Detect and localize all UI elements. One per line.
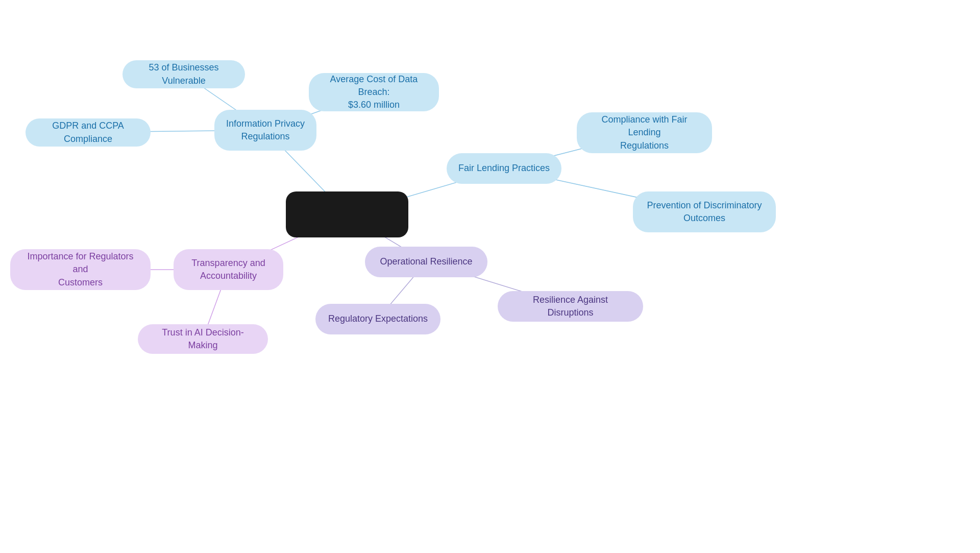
center-node[interactable] <box>286 191 408 237</box>
node-resilience-disruptions[interactable]: Resilience Against Disruptions <box>498 291 643 322</box>
node-prevention-discriminatory[interactable]: Prevention of Discriminatory Outcomes <box>633 191 776 232</box>
node-compliance-fair-lending[interactable]: Compliance with Fair Lending Regulations <box>577 112 712 153</box>
businesses-vulnerable-label: 53 of Businesses Vulnerable <box>134 61 234 87</box>
transparency-label: Transparency and Accountability <box>191 257 265 282</box>
node-info-privacy[interactable]: Information Privacy Regulations <box>214 110 316 151</box>
avg-cost-breach-label: Average Cost of Data Breach: $3.60 milli… <box>320 73 428 112</box>
info-privacy-label: Information Privacy Regulations <box>226 117 305 143</box>
operational-resilience-label: Operational Resilience <box>380 255 472 268</box>
node-regulatory-expectations[interactable]: Regulatory Expectations <box>315 304 440 334</box>
node-avg-cost-breach[interactable]: Average Cost of Data Breach: $3.60 milli… <box>309 73 439 111</box>
gdpr-ccpa-label: GDPR and CCPA Compliance <box>37 119 139 145</box>
node-transparency[interactable]: Transparency and Accountability <box>174 249 283 290</box>
node-importance-regulators[interactable]: Importance for Regulators and Customers <box>10 249 151 290</box>
node-operational-resilience[interactable]: Operational Resilience <box>365 247 487 277</box>
node-trust-ai[interactable]: Trust in AI Decision-Making <box>138 324 268 354</box>
node-fair-lending[interactable]: Fair Lending Practices <box>447 153 561 184</box>
trust-ai-label: Trust in AI Decision-Making <box>149 326 257 352</box>
mind-map: Information Privacy Regulations 53 of Bu… <box>0 0 980 553</box>
fair-lending-label: Fair Lending Practices <box>458 162 550 175</box>
node-gdpr-ccpa[interactable]: GDPR and CCPA Compliance <box>26 118 151 147</box>
resilience-disruptions-label: Resilience Against Disruptions <box>509 294 632 319</box>
regulatory-expectations-label: Regulatory Expectations <box>328 312 428 325</box>
prevention-discriminatory-label: Prevention of Discriminatory Outcomes <box>647 199 762 225</box>
node-businesses-vulnerable[interactable]: 53 of Businesses Vulnerable <box>122 60 245 88</box>
compliance-fair-lending-label: Compliance with Fair Lending Regulations <box>588 113 701 152</box>
importance-regulators-label: Importance for Regulators and Customers <box>21 250 139 289</box>
